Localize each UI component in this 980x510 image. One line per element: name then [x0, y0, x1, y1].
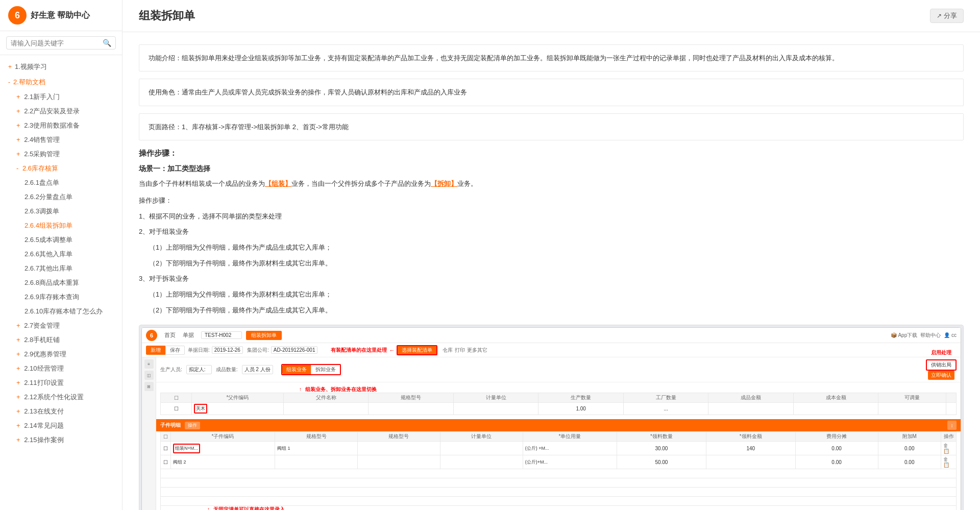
mock-lower-th-amount: *领料金额	[706, 432, 795, 442]
mock-logo: 6	[146, 330, 157, 341]
mock-col-select: ☐	[161, 393, 192, 403]
mock-th-amount1: 成品金额	[708, 393, 794, 403]
sidebar-item-adjust[interactable]: 2.6.3调拨单	[0, 204, 122, 218]
sidebar-item-custom[interactable]: + 2.12系统个性化设置	[0, 390, 122, 404]
sidebar-item-other-out[interactable]: 2.6.7其他出库单	[0, 261, 122, 276]
mock-sidebar: ≡ ◫ ⊞	[142, 357, 156, 510]
sidebar-item-install[interactable]: + 2.2产品安装及登录	[0, 104, 122, 118]
mock-th-prod-qty: 生产数量	[538, 393, 624, 403]
mock-annotation4: ↑ 无固定清单可以直接在这里录入	[207, 506, 285, 510]
mock-new-order-btn[interactable]: 组装拆卸单	[246, 331, 282, 340]
sidebar-item-label: 2.6.2分量盘点单	[24, 193, 72, 201]
mock-empty-row4	[161, 478, 957, 488]
search-input[interactable]	[11, 39, 103, 47]
search-icon[interactable]: 🔍	[103, 39, 111, 47]
mock-td-ops	[946, 403, 957, 415]
scenario1-title: 场景一：加工类型选择	[139, 164, 964, 174]
mock-delete-icon[interactable]: 🗑	[943, 443, 948, 448]
mock-lower-row-5	[161, 488, 957, 497]
mock-lower-th-per-qty: *单位用量	[523, 432, 617, 442]
mock-action-btns: 组装拆卸单	[246, 331, 282, 340]
plus-icon: +	[16, 422, 20, 429]
mock-lower-td-perqty2: (公斤)+M...	[523, 455, 617, 469]
scenario1-desc: 当由多个子件材料组装成一个成品的业务为【组装】业务，当由一个父件拆分成多个子产品…	[139, 178, 964, 190]
mock-type-tabs: 新增 保存	[146, 346, 185, 355]
plus-icon: +	[16, 350, 20, 358]
sidebar-item-cost-adjust[interactable]: 2.6.5成本调整单	[0, 233, 122, 247]
mock-confirm-btn[interactable]: 立即确认	[928, 371, 954, 380]
sidebar-item-stock-check[interactable]: 2.6.9库存账本查询	[0, 290, 122, 304]
mock-lower-th-select: ☐	[161, 432, 171, 442]
sidebar-item-assembly[interactable]: 2.6.4组装拆卸单	[0, 218, 122, 233]
assembly-link[interactable]: 【组装】	[265, 180, 291, 187]
mock-th-ops	[946, 393, 957, 403]
mock-td-avail	[878, 403, 946, 415]
mock-disassembly-btn[interactable]: 拆卸业务	[311, 365, 340, 374]
sidebar-item-cases[interactable]: + 2.15操作案例	[0, 433, 122, 447]
sidebar-item-pay[interactable]: + 2.13在线支付	[0, 404, 122, 419]
mock-lower-td-fee2: 0.00	[795, 455, 878, 469]
sidebar-item-label: 2.1新手入门	[24, 93, 60, 101]
sidebar-item-print[interactable]: + 2.11打印设置	[0, 376, 122, 390]
path-intro-block: 页面路径：1、库存核算->库存管理->组装拆卸单 2、首页->常用功能	[139, 113, 964, 140]
share-button[interactable]: ↗ 分享	[930, 9, 964, 23]
sidebar-item-finance[interactable]: + 2.7资金管理	[0, 319, 122, 333]
sidebar-item-faq[interactable]: + 2.14常见问题	[0, 419, 122, 433]
mock-lower-td-unit2	[440, 455, 523, 469]
sidebar-item-ops[interactable]: + 2.10经营管理	[0, 361, 122, 376]
sidebar-item-label: 2.6库存核算	[22, 164, 58, 172]
mock-delete-icon2[interactable]: 🗑	[943, 456, 948, 462]
mock-lower-code-input[interactable]: 组装N+M...	[173, 444, 200, 453]
sidebar-item-label: 2.2产品安装及登录	[24, 107, 80, 115]
mock-sidebar-icon3: ⊞	[144, 382, 154, 391]
mock-copy-icon[interactable]: 📋	[943, 448, 949, 454]
mock-assembly-btn[interactable]: 组装业务	[282, 365, 311, 374]
sidebar-item-newbie[interactable]: + 2.1新手入门	[0, 90, 122, 104]
logo-icon: 6	[8, 6, 27, 25]
sidebar-item-purchase[interactable]: + 2.5采购管理	[0, 147, 122, 161]
sidebar-item-label: 2.7资金管理	[24, 322, 60, 329]
mock-lower-action-btn[interactable]: 操作	[185, 422, 200, 429]
mock-lower-row-1: ☐ 组装N+M... 阀组 1 (公斤) +M...	[161, 442, 957, 455]
mock-upper-form: 生产人员: 拟定人: 成品数量: 人员 2 人份 组装业务 拆卸业务	[156, 357, 961, 382]
sidebar-item-partition[interactable]: 2.6.2分量盘点单	[0, 190, 122, 204]
mock-nav-orders: 单据	[180, 330, 197, 340]
plus-icon: +	[16, 407, 20, 415]
mock-lower-td-pickqty2: 50.00	[617, 455, 706, 469]
mock-td-amt1	[708, 403, 794, 415]
search-box: 🔍	[0, 31, 122, 55]
sidebar-item-account-wrong[interactable]: 2.6.10库存账本错了怎么办	[0, 304, 122, 319]
mock-annotation4-text: 无固定清单可以直接在这里录入	[213, 506, 285, 510]
mock-tab-save[interactable]: 保存	[165, 346, 185, 355]
sidebar-item-sales[interactable]: + 2.4销售管理	[0, 133, 122, 147]
collapse-icon: -	[8, 79, 10, 86]
mock-expand-icon[interactable]: ↕	[947, 421, 957, 430]
sidebar-item-label: 1.视频学习	[15, 62, 47, 71]
function-intro-text: 功能介绍：组装拆卸单用来处理企业组装或拆卸等加工业务，支持有固定装配清单的产品加…	[149, 54, 839, 62]
sidebar-item-inventory[interactable]: - 2.6库存核算	[0, 161, 122, 176]
disassembly-link[interactable]: 【拆卸】	[431, 180, 457, 187]
sidebar-item-mobile[interactable]: + 2.8手机旺铺	[0, 333, 122, 347]
mock-select-bom-btn[interactable]: 选择装配清单	[397, 345, 437, 355]
mock-empty-row5	[161, 488, 957, 497]
mock-th-avail: 可调量	[878, 393, 946, 403]
mock-annotation3-text: 启用处理	[931, 350, 951, 355]
mock-extra2: 打印	[455, 347, 465, 354]
sidebar-item-data[interactable]: + 2.3使用前数据准备	[0, 118, 122, 133]
mock-tab-new[interactable]: 新增	[146, 346, 165, 355]
mock-lower-table: ☐ *子件编码 规格型号 规格型号 计量单位 *单位用量 *领料数量 *领料金额	[160, 431, 957, 510]
sidebar-item-cost-calc[interactable]: 2.6.8商品成本重算	[0, 276, 122, 290]
mock-enabled-input: 供销出局	[926, 359, 957, 371]
mock-lower-th-spec2: 规格型号	[358, 432, 440, 442]
sidebar-item-video[interactable]: + 1.视频学习	[0, 59, 122, 75]
mock-top-right: 📦 App下载 帮助中心 👤 cc	[891, 332, 957, 339]
mock-code-input[interactable]: 关木	[194, 404, 207, 414]
mock-lower-table-wrap: ☐ *子件编码 规格型号 规格型号 计量单位 *单位用量 *领料数量 *领料金额	[156, 431, 961, 510]
sidebar-item-stocktake[interactable]: 2.6.1盘点单	[0, 176, 122, 190]
mock-copy-icon2[interactable]: 📋	[943, 462, 949, 468]
sidebar-item-docs[interactable]: - 2.帮助文档	[0, 75, 122, 90]
sidebar-item-other-in[interactable]: 2.6.6其他入库单	[0, 247, 122, 261]
sidebar-item-label: 2.6.8商品成本重算	[24, 279, 79, 286]
plus-icon: +	[16, 365, 20, 372]
sidebar-item-voucher[interactable]: + 2.9优惠券管理	[0, 347, 122, 361]
